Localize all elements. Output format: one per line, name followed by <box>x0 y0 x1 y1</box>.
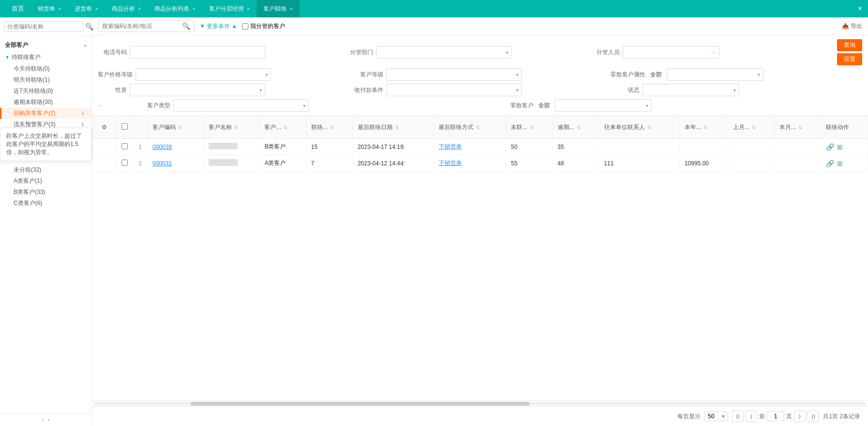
manager-select[interactable]: ··· <box>623 46 719 59</box>
row1-code[interactable]: 000039 <box>148 139 204 155</box>
close-product-analysis-tab[interactable]: × <box>138 6 141 12</box>
col-code[interactable]: 客户编码 ⇅ <box>148 116 204 139</box>
customer-level-select[interactable]: ▾ <box>386 68 522 81</box>
expand-filters-dots[interactable]: ··· <box>98 102 103 109</box>
sidebar-item-b-class[interactable]: B类客户(33) <box>0 187 91 198</box>
retail-attr-select[interactable]: ▾ <box>667 68 763 81</box>
sidebar-item-overdue[interactable]: 逾期未联络(30) <box>0 97 91 108</box>
col-last-month[interactable]: 上月... ⇅ <box>728 116 774 139</box>
sidebar-item-a-class[interactable]: A类客户(1) <box>0 176 91 187</box>
sidebar-item-ungroup[interactable]: 未分组(32) <box>0 164 91 176</box>
retail-customer-select[interactable]: ▾ <box>555 99 652 112</box>
nav-customer-tier[interactable]: 客户分层经营 × <box>202 0 257 17</box>
price-level-select[interactable]: ▾ <box>136 68 271 81</box>
close-product-list-tab[interactable]: × <box>192 6 195 12</box>
row2-code[interactable]: 000031 <box>148 155 204 172</box>
col-this-year[interactable]: 本年... ⇅ <box>679 116 728 139</box>
nav-customer-contact[interactable]: 客户联络 × <box>257 0 299 17</box>
row2-overdue: 48 <box>552 155 599 172</box>
retail-customer-value: 全部 <box>538 102 550 110</box>
per-page-select[interactable]: 50 20 100 <box>704 411 728 421</box>
next-page-button[interactable]: ⟩ <box>794 411 806 422</box>
nav-product-list[interactable]: 商品分析列表 × <box>148 0 202 17</box>
close-sales-tab[interactable]: × <box>58 6 61 12</box>
dept-label: 分管部门 <box>344 48 373 57</box>
col-unreached[interactable]: 未联... ⇅ <box>506 116 552 139</box>
all-customers-header[interactable]: 全部客户 « <box>0 39 91 51</box>
export-button[interactable]: 📤 导出 <box>842 22 862 30</box>
window-close-icon[interactable]: × <box>858 4 862 13</box>
close-purchase-tab[interactable]: × <box>95 6 98 12</box>
customer-type-select[interactable]: ▾ <box>173 99 309 112</box>
row1-grid-action[interactable]: ⊞ <box>837 143 843 151</box>
first-page-button[interactable]: ⟨⟨ <box>732 411 744 422</box>
row2-checkbox[interactable] <box>122 160 128 166</box>
nav-home[interactable]: 首页 <box>5 0 31 17</box>
prev-page-button[interactable]: ⟨ <box>746 411 757 422</box>
sidebar-item-tomorrow[interactable]: 明天待联络(1) <box>0 74 91 86</box>
payment-select-arrow: ▾ <box>516 88 518 93</box>
col-last-method[interactable]: 最后联络方式 ⇅ <box>434 116 506 139</box>
status-select[interactable]: ▾ <box>642 84 739 96</box>
col-name[interactable]: 客户名称 ⇅ <box>203 116 259 139</box>
phone-input[interactable] <box>130 46 265 59</box>
col-check[interactable] <box>117 116 133 139</box>
more-filter-button[interactable]: ▼ 更多条件 ▲ <box>199 22 237 30</box>
sidebar-item-repurchase-abnormal[interactable]: 回购异常客户(2) ℹ <box>0 108 91 119</box>
col-settings[interactable]: ⚙ <box>92 116 117 139</box>
row1-last-method[interactable]: 下销货单 <box>434 139 506 155</box>
horizontal-scrollbar[interactable] <box>92 400 868 406</box>
my-customer-checkbox[interactable] <box>242 23 248 29</box>
manager-select-dots[interactable]: ··· <box>711 49 716 56</box>
sidebar-prev-icon[interactable]: ‹ <box>42 416 44 423</box>
sidebar-item-c-class[interactable]: C类客户(6) <box>0 198 91 209</box>
col-last-date[interactable]: 最后联络日期 ⇅ <box>352 116 433 139</box>
col-this-month[interactable]: 本月... ⇅ <box>774 116 821 139</box>
main-search-input[interactable] <box>102 23 182 29</box>
select-all-checkbox[interactable] <box>122 123 128 130</box>
row2-code-link[interactable]: 000031 <box>152 160 172 167</box>
row2-link-action[interactable]: 🔗 <box>826 160 834 167</box>
my-customer-checkbox-wrap[interactable]: 我分管的客户 <box>242 22 285 30</box>
row1-link-action[interactable]: 🔗 <box>826 143 834 151</box>
page-number-input[interactable] <box>767 411 784 421</box>
waiting-contact-section[interactable]: ▼ 待联络客户 <box>0 51 91 63</box>
settings-button[interactable]: 设置 <box>837 53 862 65</box>
row1-checkbox[interactable] <box>122 143 128 149</box>
filter-dept: 分管部门 ▾ <box>344 46 586 59</box>
col-overdue[interactable]: 逾期... ⇅ <box>552 116 599 139</box>
sidebar-item-7days[interactable]: 近7天待联络(0) <box>0 86 91 97</box>
nature-select[interactable]: ▾ <box>130 84 265 96</box>
last-page-button[interactable]: ⟩⟩ <box>807 411 819 422</box>
query-button[interactable]: 查询 <box>837 39 862 51</box>
sidebar-next-icon[interactable]: › <box>48 416 50 423</box>
row1-name <box>203 139 259 155</box>
row2-last-method-link[interactable]: 下销货单 <box>439 160 462 166</box>
close-customer-contact-tab[interactable]: × <box>289 6 292 12</box>
col-contact[interactable]: 联络... ⇅ <box>306 116 352 139</box>
col-contacts[interactable]: 往来单位联系人 ⇅ <box>599 116 679 139</box>
filter-price-level: 客户价格等级 ▾ <box>98 68 350 81</box>
close-customer-tier-tab[interactable]: × <box>247 6 250 12</box>
nav-purchase[interactable]: 进货单 × <box>68 0 105 17</box>
collapse-sidebar-icon[interactable]: « <box>84 43 87 48</box>
payment-select[interactable]: ▾ <box>386 84 522 96</box>
row1-code-link[interactable]: 000039 <box>152 144 172 150</box>
row2-grid-action[interactable]: ⊞ <box>837 160 843 167</box>
row1-name-masked <box>209 143 238 149</box>
scrollbar-thumb[interactable] <box>191 402 530 406</box>
col-type[interactable]: 客户... ⇅ <box>259 116 306 139</box>
status-label: 状态 <box>610 86 640 94</box>
row2-last-method[interactable]: 下销货单 <box>434 155 506 172</box>
row1-last-method-link[interactable]: 下销货单 <box>439 143 462 150</box>
unreached-sort-icon: ⇅ <box>530 125 534 130</box>
scrollbar-track[interactable] <box>94 402 866 406</box>
nav-sales[interactable]: 销货单 × <box>31 0 68 17</box>
dept-select[interactable]: ▾ <box>376 46 512 59</box>
sidebar-item-today[interactable]: 今天待联络(0) <box>0 63 91 74</box>
row1-check-cell[interactable] <box>117 139 133 155</box>
category-search-input[interactable] <box>4 21 83 32</box>
nav-product-analysis[interactable]: 商品分析 × <box>105 0 148 17</box>
row2-check-cell[interactable] <box>117 155 133 172</box>
sidebar-search-icon[interactable]: 🔍 <box>85 23 93 30</box>
